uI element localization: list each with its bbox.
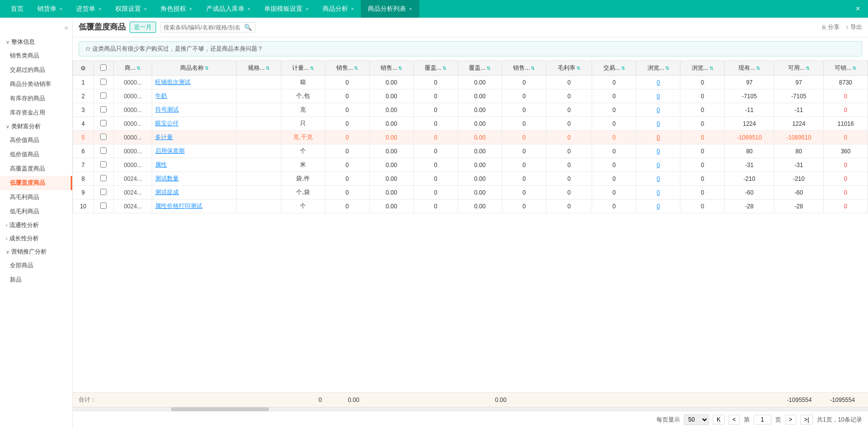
row-checkbox[interactable] — [93, 200, 113, 213]
row-select-checkbox[interactable] — [100, 202, 107, 209]
row-browse1[interactable]: 0 — [636, 76, 680, 89]
next-page-button[interactable]: > — [785, 415, 796, 425]
nav-roles[interactable]: 角色授权 × — [154, 0, 199, 18]
sidebar-group-liquidity[interactable]: › 流通性分析 — [0, 219, 72, 232]
nav-purchase[interactable]: 进货单 × — [69, 0, 108, 18]
sidebar-item-high-margin[interactable]: 高毛利商品 — [0, 190, 72, 204]
col-browse2[interactable]: 浏览...⇅ — [680, 61, 725, 76]
sidebar-item-inventory-capital[interactable]: 库存资金占用 — [0, 106, 72, 120]
prev-page-button[interactable]: < — [729, 415, 740, 425]
window-close-button[interactable]: × — [852, 4, 864, 13]
row-checkbox[interactable] — [93, 103, 113, 117]
row-select-checkbox[interactable] — [100, 161, 107, 168]
row-select-checkbox[interactable] — [100, 189, 107, 195]
col-spec[interactable]: 规格...⇅ — [237, 61, 281, 76]
row-browse1[interactable]: 0 — [636, 158, 680, 172]
row-checkbox[interactable] — [93, 158, 113, 172]
col-sales1[interactable]: 销售...⇅ — [325, 61, 369, 76]
sidebar-group-marketing[interactable]: ∨ 营销推广分析 — [0, 245, 72, 258]
row-select-checkbox[interactable] — [100, 175, 107, 181]
col-saleable[interactable]: 可销...⇅ — [823, 61, 868, 76]
row-name[interactable]: 眼宝公仔 — [152, 117, 237, 131]
row-select-checkbox[interactable] — [100, 106, 107, 113]
sidebar-group-overall[interactable]: ∨ 整体信息 — [0, 35, 72, 49]
sidebar-item-low-margin[interactable]: 低毛利商品 — [0, 204, 72, 219]
row-select-checkbox[interactable] — [100, 92, 107, 99]
first-page-button[interactable]: K — [713, 415, 725, 425]
row-name[interactable]: 测试提成 — [152, 186, 237, 200]
row-browse1[interactable]: 0 — [636, 103, 680, 117]
row-name[interactable]: 符号测试 — [152, 103, 237, 117]
select-all-checkbox[interactable] — [100, 64, 107, 71]
sidebar-collapse-button[interactable]: « — [64, 24, 68, 31]
nav-close-product-analysis[interactable]: × — [351, 6, 354, 12]
nav-close-roles[interactable]: × — [189, 6, 192, 12]
row-browse1[interactable]: 0 — [636, 144, 680, 158]
nav-close-product-analysis-list[interactable]: × — [409, 6, 412, 12]
row-checkbox[interactable] — [93, 172, 113, 186]
row-select-checkbox[interactable] — [100, 120, 107, 126]
sidebar-item-traded-goods[interactable]: 交易过的商品 — [0, 63, 72, 77]
nav-product-analysis[interactable]: 商品分析 × — [316, 0, 361, 18]
share-button[interactable]: ⎘ 分享 — [822, 23, 840, 31]
sidebar-item-low-coverage[interactable]: 低覆盖度商品 — [0, 176, 72, 190]
page-number-input[interactable] — [754, 415, 771, 425]
row-select-checkbox[interactable] — [100, 134, 107, 140]
row-name[interactable]: 多计量 — [152, 131, 237, 144]
row-checkbox[interactable] — [93, 117, 113, 131]
row-select-checkbox[interactable] — [100, 147, 107, 154]
sidebar-item-high-value[interactable]: 高价值商品 — [0, 133, 72, 147]
col-cover1[interactable]: 覆盖...⇅ — [413, 61, 458, 76]
sidebar-item-category-turnover[interactable]: 商品分类动销率 — [0, 77, 72, 91]
row-name[interactable]: 属性 — [152, 158, 237, 172]
nav-permissions[interactable]: 权限设置 × — [108, 0, 154, 18]
sidebar-group-growth[interactable]: › 成长性分析 — [0, 232, 72, 245]
last-page-button[interactable]: >| — [800, 415, 813, 425]
row-checkbox[interactable] — [93, 89, 113, 103]
nav-close-purchase[interactable]: × — [98, 6, 101, 12]
col-current[interactable]: 现有...⇅ — [725, 61, 774, 76]
row-checkbox[interactable] — [93, 186, 113, 200]
scrollbar-thumb[interactable] — [171, 407, 269, 411]
sidebar-item-low-value[interactable]: 低价值商品 — [0, 147, 72, 162]
row-browse1[interactable]: 0 — [636, 117, 680, 131]
row-browse1[interactable]: 0 — [636, 131, 680, 144]
filter-button[interactable]: 近一月 — [130, 22, 156, 33]
nav-close-finished-goods[interactable]: × — [247, 6, 250, 12]
sidebar-item-high-coverage[interactable]: 高覆盖度商品 — [0, 162, 72, 176]
sidebar-item-new-goods[interactable]: 新品 — [0, 273, 72, 287]
col-sales2[interactable]: 销售...⇅ — [369, 61, 413, 76]
nav-product-analysis-list[interactable]: 商品分析列表 × — [361, 0, 419, 18]
col-name[interactable]: 商品名称⇅ — [152, 61, 237, 76]
col-settings[interactable]: ⚙ — [73, 61, 94, 76]
nav-close-sales[interactable]: × — [59, 6, 62, 12]
row-browse1[interactable]: 0 — [636, 200, 680, 213]
sidebar-group-wealth[interactable]: ∨ 类财富分析 — [0, 120, 72, 133]
row-checkbox[interactable] — [93, 131, 113, 144]
sidebar-item-all-goods[interactable]: 全部商品 — [0, 258, 72, 273]
row-browse1[interactable]: 0 — [636, 89, 680, 103]
row-checkbox[interactable] — [93, 76, 113, 89]
nav-template[interactable]: 单据模板设置 × — [257, 0, 315, 18]
col-margin[interactable]: 毛利率⇅ — [546, 61, 592, 76]
col-browse1[interactable]: 浏览...⇅ — [636, 61, 680, 76]
row-name[interactable]: 启用保质期 — [152, 144, 237, 158]
nav-close-template[interactable]: × — [305, 6, 308, 12]
row-browse1[interactable]: 0 — [636, 172, 680, 186]
nav-finished-goods[interactable]: 产成品入库单 × — [199, 0, 257, 18]
sidebar-item-sales-goods[interactable]: 销售类商品 — [0, 49, 72, 63]
nav-sales[interactable]: 销货单 × — [30, 0, 69, 18]
nav-home[interactable]: 首页 — [4, 0, 30, 18]
search-icon[interactable]: 🔍 — [244, 24, 252, 31]
horizontal-scrollbar[interactable] — [73, 407, 868, 411]
row-name[interactable]: 属性价格打印测试 — [152, 200, 237, 213]
col-trade[interactable]: 交易...⇅ — [592, 61, 636, 76]
page-size-select[interactable]: 50 20 100 — [684, 414, 709, 425]
col-unit[interactable]: 计量...⇅ — [281, 61, 325, 76]
search-input[interactable] — [163, 24, 242, 31]
col-available[interactable]: 可用...⇅ — [774, 61, 824, 76]
nav-close-permissions[interactable]: × — [144, 6, 147, 12]
row-browse1[interactable]: 0 — [636, 186, 680, 200]
row-select-checkbox[interactable] — [100, 79, 107, 85]
col-sales3[interactable]: 销售...⇅ — [502, 61, 546, 76]
